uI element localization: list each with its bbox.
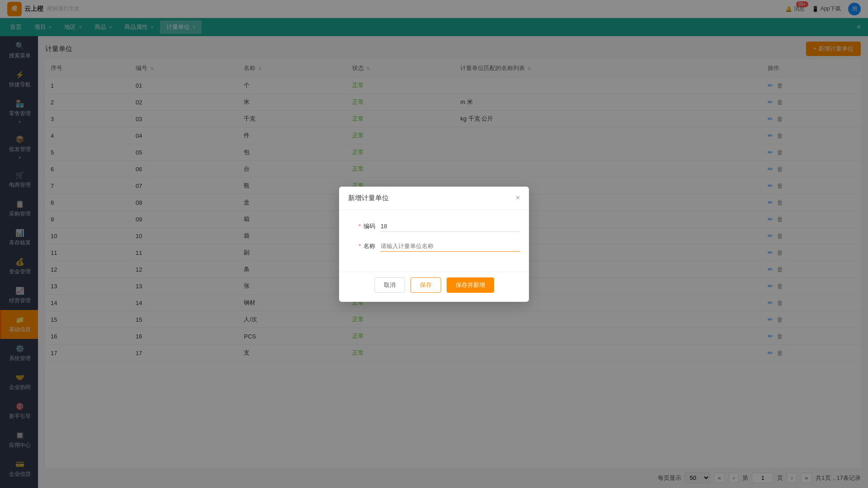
cancel-button[interactable]: 取消 <box>374 277 405 293</box>
save-and-new-button[interactable]: 保存并新增 <box>447 277 494 293</box>
save-button[interactable]: 保存 <box>410 277 441 293</box>
name-field-row: * 名称 <box>348 241 520 252</box>
modal-overlay: 新增计量单位 × * 编码 * 名称 取消 保存 保存并新增 <box>0 0 868 488</box>
modal: 新增计量单位 × * 编码 * 名称 取消 保存 保存并新增 <box>339 187 529 302</box>
code-input[interactable] <box>381 221 520 232</box>
modal-title: 新增计量单位 <box>348 194 389 202</box>
code-required: * <box>359 223 361 230</box>
code-field-row: * 编码 <box>348 221 520 232</box>
code-label: * 编码 <box>348 222 375 230</box>
name-input[interactable] <box>381 241 520 252</box>
name-required: * <box>359 243 361 249</box>
modal-header: 新增计量单位 × <box>339 187 529 210</box>
modal-body: * 编码 * 名称 <box>339 210 529 272</box>
modal-footer: 取消 保存 保存并新增 <box>339 272 529 302</box>
name-label: * 名称 <box>348 242 375 250</box>
modal-close-button[interactable]: × <box>516 194 520 202</box>
